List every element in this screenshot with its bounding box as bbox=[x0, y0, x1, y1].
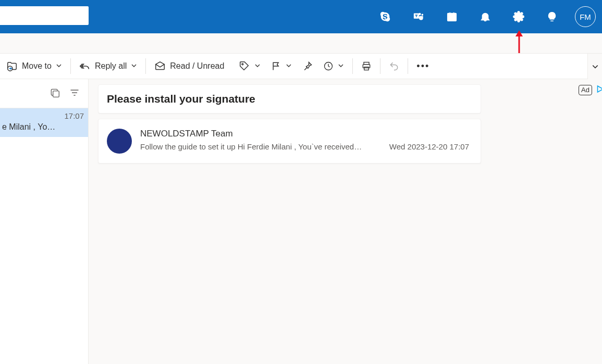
message-timestamp: Wed 2023-12-20 17:07 bbox=[389, 142, 469, 151]
separator bbox=[70, 58, 71, 74]
read-unread-label: Read / Unread bbox=[170, 61, 224, 71]
sender-name: NEWOLDSTAMP Team bbox=[140, 129, 469, 139]
pin-button[interactable] bbox=[297, 54, 318, 79]
list-item-time: 17:07 bbox=[2, 111, 84, 120]
move-to-button[interactable]: Move to bbox=[1, 54, 67, 79]
teams-icon[interactable] bbox=[402, 0, 435, 33]
list-tools bbox=[0, 79, 88, 108]
skype-icon[interactable] bbox=[368, 0, 402, 33]
undo-button[interactable] bbox=[384, 54, 404, 79]
message-header[interactable]: NEWOLDSTAMP Team Follow the guide to set… bbox=[98, 119, 481, 164]
more-button[interactable]: ••• bbox=[411, 54, 435, 79]
chevron-down-icon bbox=[254, 61, 261, 71]
sender-avatar bbox=[107, 129, 132, 154]
calendar-icon[interactable] bbox=[435, 0, 469, 33]
svg-point-4 bbox=[242, 64, 243, 65]
separator bbox=[408, 58, 408, 74]
filter-icon[interactable] bbox=[69, 87, 80, 99]
chevron-down-icon bbox=[131, 61, 137, 71]
categorize-button[interactable] bbox=[229, 54, 266, 79]
search-input[interactable] bbox=[0, 6, 89, 25]
header-icons: FM bbox=[368, 0, 602, 33]
message-snippet: Follow the guide to set it up Hi Ferdie … bbox=[140, 142, 362, 151]
print-button[interactable] bbox=[356, 54, 377, 79]
chevron-down-icon bbox=[286, 61, 292, 71]
content: 17:07 e Milani , Yo… Please install your… bbox=[0, 79, 602, 364]
avatar-initials: FM bbox=[580, 12, 591, 21]
ad-badge[interactable]: Ad bbox=[579, 84, 602, 95]
bell-icon[interactable] bbox=[469, 0, 502, 33]
separator bbox=[380, 58, 380, 74]
avatar[interactable]: FM bbox=[575, 6, 596, 27]
separator bbox=[145, 58, 146, 74]
read-unread-button[interactable]: Read / Unread bbox=[149, 54, 229, 79]
list-item-preview: e Milani , Yo… bbox=[2, 122, 84, 132]
message-list-pane: 17:07 e Milani , Yo… bbox=[0, 79, 89, 364]
snooze-button[interactable] bbox=[318, 54, 349, 79]
ad-label: Ad bbox=[579, 85, 592, 95]
settings-icon[interactable] bbox=[502, 0, 535, 33]
reading-pane: Please install your signature Ad NEWOLDS… bbox=[89, 79, 602, 364]
list-item[interactable]: 17:07 e Milani , Yo… bbox=[0, 108, 88, 137]
chevron-down-icon bbox=[56, 61, 62, 71]
reply-all-button[interactable]: Reply all bbox=[74, 54, 142, 79]
svg-rect-10 bbox=[53, 91, 59, 97]
expand-toolbar-button[interactable] bbox=[587, 54, 602, 80]
separator bbox=[352, 58, 353, 74]
app-header: FM bbox=[0, 0, 602, 33]
move-to-label: Move to bbox=[22, 61, 52, 71]
svg-rect-8 bbox=[364, 67, 368, 70]
adchoices-icon bbox=[595, 84, 602, 95]
tips-icon[interactable] bbox=[535, 0, 569, 33]
flag-button[interactable] bbox=[266, 54, 297, 79]
chevron-down-icon bbox=[338, 61, 344, 71]
toolbar: Move to Reply all Read / Unread ••• bbox=[0, 53, 602, 79]
email-subject: Please install your signature bbox=[98, 84, 481, 114]
select-all-icon[interactable] bbox=[50, 87, 60, 99]
reply-all-label: Reply all bbox=[95, 61, 127, 71]
